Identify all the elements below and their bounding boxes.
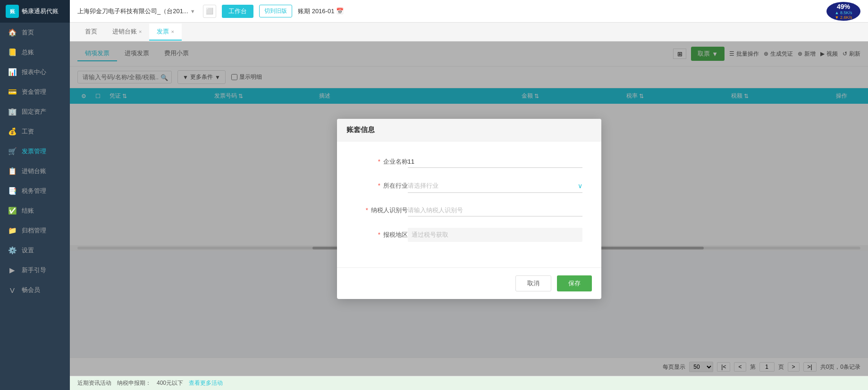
required-star: * bbox=[378, 158, 380, 165]
tab-putsale-close[interactable]: × bbox=[139, 29, 142, 34]
modal-body: * 企业名称 * 所在行业 请选择行业 ∨ bbox=[337, 141, 601, 267]
sidebar-label-settle: 结账 bbox=[22, 207, 34, 215]
tab-invoice[interactable]: 发票 × bbox=[149, 24, 181, 41]
switch-version-button[interactable]: 切到旧版 bbox=[259, 5, 292, 17]
finance-icon: 💳 bbox=[8, 88, 17, 96]
tax-id-label: * 纳税人识别号 bbox=[356, 206, 408, 215]
modal-overlay: 账套信息 * 企业名称 * 所在行业 bbox=[70, 41, 868, 376]
sidebar-item-settings[interactable]: ⚙️ 设置 bbox=[0, 241, 70, 260]
app-title: 畅康通易代账 bbox=[22, 7, 59, 16]
status-bar: 近期资讯活动 纳税申报期： 400元以下 查看更多活动 bbox=[70, 376, 868, 390]
tab-putsale[interactable]: 进销台账 × bbox=[105, 24, 149, 41]
sidebar-item-ledger[interactable]: 📒 总账 bbox=[0, 42, 70, 62]
archive-icon: 📁 bbox=[8, 226, 17, 235]
workspace-button[interactable]: 工作台 bbox=[222, 5, 253, 18]
tax-icon: 📑 bbox=[8, 187, 17, 195]
guide-icon: ▶ bbox=[8, 266, 17, 274]
form-row-tax-region: * 报税地区 通过税号获取 bbox=[356, 228, 582, 242]
invoice-icon: 🛒 bbox=[8, 147, 17, 156]
sidebar-label-tax: 税务管理 bbox=[22, 187, 46, 195]
tab-home[interactable]: 首页 bbox=[77, 24, 105, 41]
modal-footer: 取消 保存 bbox=[337, 267, 601, 299]
cancel-button[interactable]: 取消 bbox=[515, 275, 551, 291]
sidebar-label-ledger: 总账 bbox=[22, 48, 34, 57]
required-star-4: * bbox=[378, 231, 380, 238]
company-selector[interactable]: 上海卯金刀电子科技有限公司_（台201... ▼ bbox=[77, 7, 195, 16]
sidebar-item-settle[interactable]: ✅ 结账 bbox=[0, 201, 70, 221]
network-speed-badge: 49% ▲ 8.5K/s ▼ 2.6K/s bbox=[826, 2, 860, 21]
sidebar-item-member[interactable]: V 畅会员 bbox=[0, 280, 70, 300]
content-area: 销项发票 进项发票 费用小票 ⊞ 取票 ▼ ☰ 批量操作 bbox=[70, 41, 868, 376]
tab-invoice-label: 发票 bbox=[157, 27, 169, 36]
form-row-tax-id: * 纳税人识别号 bbox=[356, 204, 582, 216]
download-speed: ▼ 2.6K/s bbox=[835, 15, 852, 20]
upload-speed: ▲ 8.5K/s bbox=[835, 10, 852, 15]
ledger-icon: 📒 bbox=[8, 48, 17, 57]
sidebar-item-putsale[interactable]: 📋 进销台账 bbox=[0, 161, 70, 181]
topbar: 上海卯金刀电子科技有限公司_（台201... ▼ ⬜ 工作台 切到旧版 账期 2… bbox=[70, 0, 868, 23]
member-icon: V bbox=[8, 286, 17, 294]
speed-percent: 49% bbox=[837, 3, 850, 10]
save-button[interactable]: 保存 bbox=[557, 275, 592, 291]
tax-region-placeholder: 通过税号获取 bbox=[412, 231, 448, 238]
form-row-industry: * 所在行业 请选择行业 ∨ bbox=[356, 179, 582, 193]
sidebar-label-assets: 固定资产 bbox=[22, 108, 46, 116]
industry-select[interactable]: 请选择行业 ∨ bbox=[408, 179, 582, 193]
sidebar-item-report[interactable]: 📊 报表中心 bbox=[0, 62, 70, 82]
sidebar-item-guide[interactable]: ▶ 新手引导 bbox=[0, 260, 70, 280]
period-display: 账期 2016-01 📅 bbox=[298, 7, 344, 16]
sidebar-label-salary: 工资 bbox=[22, 127, 34, 136]
main-area: 上海卯金刀电子科技有限公司_（台201... ▼ ⬜ 工作台 切到旧版 账期 2… bbox=[70, 0, 868, 390]
sidebar-item-salary[interactable]: 💰 工资 bbox=[0, 122, 70, 141]
copy-icon-btn[interactable]: ⬜ bbox=[203, 5, 216, 18]
settings-icon: ⚙️ bbox=[8, 246, 17, 255]
period-value: 2016-01 bbox=[312, 8, 335, 15]
sidebar-label-putsale: 进销台账 bbox=[22, 167, 46, 175]
sidebar-label-member: 畅会员 bbox=[22, 286, 40, 294]
calendar-icon[interactable]: 📅 bbox=[336, 8, 344, 15]
assets-icon: 🏢 bbox=[8, 108, 17, 116]
sidebar-item-finance[interactable]: 💳 资金管理 bbox=[0, 82, 70, 102]
status-more[interactable]: 查看更多活动 bbox=[189, 379, 223, 387]
modal-title: 账套信息 bbox=[337, 119, 601, 141]
status-tax-value: 400元以下 bbox=[157, 379, 183, 387]
report-icon: 📊 bbox=[8, 68, 17, 76]
tab-bar: 首页 进销台账 × 发票 × bbox=[70, 23, 868, 41]
sidebar-item-tax[interactable]: 📑 税务管理 bbox=[0, 181, 70, 201]
topbar-icon-group: ⬜ bbox=[203, 5, 216, 18]
tab-home-label: 首页 bbox=[85, 27, 97, 36]
account-info-modal: 账套信息 * 企业名称 * 所在行业 bbox=[337, 119, 601, 299]
sidebar-item-archive[interactable]: 📁 归档管理 bbox=[0, 221, 70, 241]
required-star-3: * bbox=[366, 207, 368, 214]
topbar-right: 49% ▲ 8.5K/s ▼ 2.6K/s bbox=[826, 2, 860, 21]
sidebar: 账 畅康通易代账 🏠 首页 📒 总账 📊 报表中心 💳 资金管理 🏢 固定资产 … bbox=[0, 0, 70, 390]
tab-invoice-close[interactable]: × bbox=[171, 29, 174, 34]
sidebar-label-finance: 资金管理 bbox=[22, 88, 46, 96]
sidebar-label-home: 首页 bbox=[22, 28, 34, 37]
company-dropdown-icon: ▼ bbox=[190, 8, 195, 14]
home-icon: 🏠 bbox=[8, 28, 17, 37]
sidebar-item-assets[interactable]: 🏢 固定资产 bbox=[0, 102, 70, 122]
sidebar-label-report: 报表中心 bbox=[22, 68, 46, 76]
sidebar-label-invoice: 发票管理 bbox=[22, 147, 46, 156]
sidebar-label-settings: 设置 bbox=[22, 246, 34, 255]
tax-region-display: 通过税号获取 bbox=[408, 228, 582, 242]
industry-label: * 所在行业 bbox=[356, 182, 408, 190]
tax-id-input[interactable] bbox=[408, 204, 582, 216]
company-name-input[interactable] bbox=[408, 156, 582, 168]
sidebar-item-invoice[interactable]: 🛒 发票管理 bbox=[0, 141, 70, 161]
salary-icon: 💰 bbox=[8, 127, 17, 136]
app-logo: 账 畅康通易代账 bbox=[0, 0, 70, 23]
sidebar-item-home[interactable]: 🏠 首页 bbox=[0, 23, 70, 42]
company-name-label: * 企业名称 bbox=[356, 158, 408, 166]
tab-putsale-label: 进销台账 bbox=[112, 27, 137, 36]
status-tax-label: 纳税申报期： bbox=[117, 379, 151, 387]
tax-region-label: * 报税地区 bbox=[356, 231, 408, 239]
putsale-icon: 📋 bbox=[8, 167, 17, 175]
company-name: 上海卯金刀电子科技有限公司_（台201... bbox=[77, 7, 188, 16]
logo-icon: 账 bbox=[6, 5, 19, 18]
sidebar-label-guide: 新手引导 bbox=[22, 266, 46, 274]
sidebar-label-archive: 归档管理 bbox=[22, 226, 46, 235]
required-star-2: * bbox=[378, 182, 380, 189]
settle-icon: ✅ bbox=[8, 207, 17, 215]
